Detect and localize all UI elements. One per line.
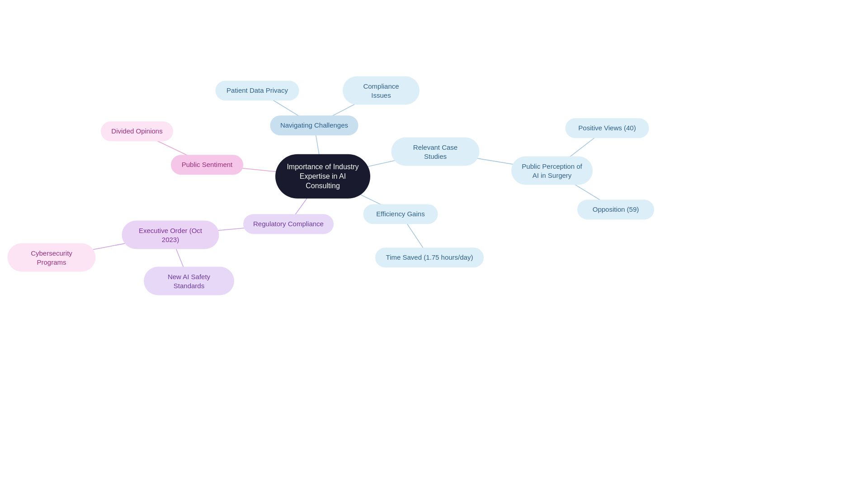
patient-data-privacy-node[interactable]: Patient Data Privacy [216, 81, 299, 100]
compliance-issues-node[interactable]: Compliance Issues [343, 76, 420, 105]
opposition-node[interactable]: Opposition (59) [577, 200, 654, 219]
public-perception-node[interactable]: Public Perception of AI in Surgery [511, 157, 593, 185]
executive-order-node[interactable]: Executive Order (Oct 2023) [122, 221, 219, 249]
cybersecurity-programs-node[interactable]: Cybersecurity Programs [8, 243, 96, 272]
public-sentiment-node[interactable]: Public Sentiment [171, 155, 243, 175]
center-node[interactable]: Importance of Industry Expertise in AI C… [275, 154, 370, 199]
positive-views-node[interactable]: Positive Views (40) [566, 118, 649, 138]
new-ai-safety-standards-node[interactable]: New AI Safety Standards [144, 267, 234, 295]
relevant-case-studies-node[interactable]: Relevant Case Studies [392, 138, 480, 166]
efficiency-gains-node[interactable]: Efficiency Gains [363, 204, 438, 224]
divided-opinions-node[interactable]: Divided Opinions [101, 121, 173, 141]
regulatory-compliance-node[interactable]: Regulatory Compliance [243, 214, 334, 234]
time-saved-node[interactable]: Time Saved (1.75 hours/day) [375, 247, 484, 267]
navigating-challenges-node[interactable]: Navigating Challenges [270, 115, 359, 135]
